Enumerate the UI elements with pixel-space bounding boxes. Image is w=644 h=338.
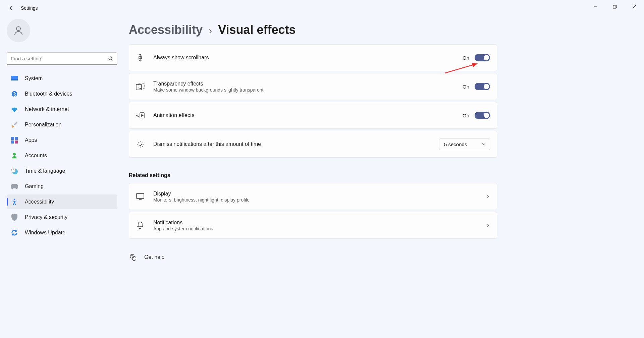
nav-item-system[interactable]: System <box>7 71 117 86</box>
nav-label: Windows Update <box>25 230 65 236</box>
related-title: Notifications <box>153 220 485 226</box>
svg-rect-9 <box>11 140 14 144</box>
transparency-toggle[interactable] <box>475 83 490 90</box>
shield-icon <box>11 214 18 221</box>
nav-label: Network & internet <box>25 106 69 112</box>
setting-title: Always show scrollbars <box>153 55 463 61</box>
bell-icon <box>136 221 145 229</box>
svg-point-14 <box>14 199 15 200</box>
svg-rect-19 <box>137 193 144 199</box>
get-help-link[interactable]: Get help <box>129 253 634 261</box>
nav-label: Accessibility <box>25 199 54 205</box>
nav-label: Personalization <box>25 122 61 128</box>
nav-item-apps[interactable]: Apps <box>7 133 117 148</box>
nav: System Bluetooth & devices Network & int… <box>7 71 117 240</box>
chevron-down-icon <box>482 142 486 146</box>
setting-title: Animation effects <box>153 112 463 118</box>
nav-label: Bluetooth & devices <box>25 91 72 97</box>
main-content: Accessibility › Visual effects Always sh… <box>124 16 644 338</box>
brightness-icon <box>136 140 145 148</box>
animation-toggle[interactable] <box>475 112 490 119</box>
sidebar: System Bluetooth & devices Network & int… <box>0 16 124 338</box>
nav-label: System <box>25 75 43 81</box>
back-button[interactable] <box>5 1 18 15</box>
svg-point-11 <box>13 153 16 156</box>
paintbrush-icon <box>11 121 18 128</box>
gamepad-icon <box>11 183 18 190</box>
wifi-icon <box>11 106 18 113</box>
minimize-icon <box>593 5 597 9</box>
close-button[interactable] <box>625 0 644 13</box>
help-label: Get help <box>144 254 164 260</box>
dismiss-time-dropdown[interactable]: 5 seconds <box>439 138 490 150</box>
window-controls <box>586 0 644 13</box>
setting-dismiss-time: Dismiss notifications after this amount … <box>129 131 497 158</box>
clock-globe-icon <box>11 167 18 175</box>
setting-transparency: Transparency effects Make some window ba… <box>129 73 497 100</box>
close-icon <box>632 5 636 9</box>
window-title: Settings <box>21 5 38 11</box>
svg-point-2 <box>16 26 20 31</box>
avatar[interactable] <box>7 19 30 42</box>
chevron-right-icon: › <box>209 25 212 36</box>
nav-item-accounts[interactable]: Accounts <box>7 148 117 163</box>
transparency-icon <box>136 83 145 90</box>
svg-rect-1 <box>613 6 616 8</box>
accounts-icon <box>11 152 18 159</box>
bluetooth-icon <box>11 90 18 98</box>
nav-label: Time & language <box>25 168 65 174</box>
system-icon <box>11 75 18 82</box>
titlebar: Settings <box>0 0 644 16</box>
maximize-icon <box>613 5 617 9</box>
breadcrumb: Accessibility › Visual effects <box>129 23 634 37</box>
related-subtitle: App and system notifications <box>153 226 485 231</box>
scrollbar-icon <box>136 53 145 62</box>
related-heading: Related settings <box>129 172 634 178</box>
nav-item-accessibility[interactable]: Accessibility <box>7 194 117 209</box>
svg-point-18 <box>139 143 142 146</box>
chevron-right-icon <box>485 223 490 228</box>
nav-item-bluetooth[interactable]: Bluetooth & devices <box>7 87 117 101</box>
svg-rect-7 <box>11 137 14 140</box>
toggle-state: On <box>463 84 469 90</box>
update-icon <box>11 229 18 236</box>
related-display[interactable]: Display Monitors, brightness, night ligh… <box>129 183 497 210</box>
setting-title: Dismiss notifications after this amount … <box>153 141 439 147</box>
svg-rect-5 <box>11 79 18 80</box>
related-notifications[interactable]: Notifications App and system notificatio… <box>129 212 497 239</box>
accessibility-icon <box>11 198 18 206</box>
search-field[interactable] <box>7 52 117 65</box>
nav-label: Accounts <box>25 153 47 159</box>
arrow-left-icon <box>8 5 14 11</box>
nav-label: Gaming <box>25 183 44 189</box>
nav-label: Apps <box>25 137 37 143</box>
scrollbars-toggle[interactable] <box>475 54 490 61</box>
nav-item-gaming[interactable]: Gaming <box>7 179 117 194</box>
setting-animation: Animation effects On <box>129 102 497 129</box>
svg-point-6 <box>12 91 17 97</box>
help-icon <box>129 253 136 261</box>
toggle-state: On <box>463 55 469 61</box>
chevron-right-icon <box>485 194 490 199</box>
minimize-button[interactable] <box>586 0 605 13</box>
display-icon <box>136 193 145 200</box>
page-title: Visual effects <box>218 23 296 37</box>
related-subtitle: Monitors, brightness, night light, displ… <box>153 197 485 203</box>
search-input[interactable] <box>7 52 117 65</box>
nav-item-time[interactable]: Time & language <box>7 164 117 178</box>
dropdown-value: 5 seconds <box>444 142 467 147</box>
breadcrumb-parent[interactable]: Accessibility <box>129 23 203 37</box>
setting-title: Transparency effects <box>153 81 463 87</box>
animation-icon <box>136 112 145 118</box>
toggle-state: On <box>463 113 469 118</box>
svg-point-3 <box>109 57 112 60</box>
nav-item-personalization[interactable]: Personalization <box>7 117 117 132</box>
svg-rect-10 <box>15 140 18 144</box>
person-icon <box>13 25 24 36</box>
nav-item-privacy[interactable]: Privacy & security <box>7 210 117 225</box>
nav-item-network[interactable]: Network & internet <box>7 102 117 117</box>
maximize-button[interactable] <box>605 0 625 13</box>
nav-label: Privacy & security <box>25 214 67 220</box>
search-icon <box>108 56 113 61</box>
nav-item-update[interactable]: Windows Update <box>7 225 117 240</box>
